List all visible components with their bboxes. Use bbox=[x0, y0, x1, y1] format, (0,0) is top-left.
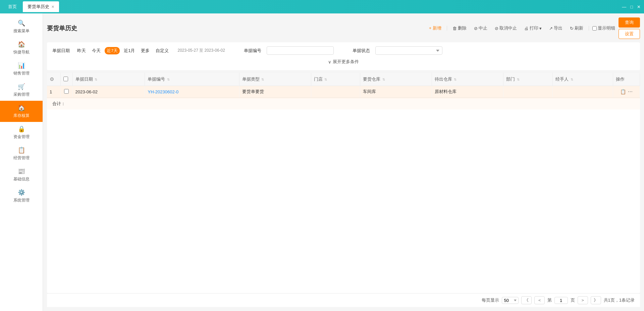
th-doc-no[interactable]: 单据编号 ⇅ bbox=[145, 73, 239, 86]
tab-history[interactable]: 要货单历史 ✕ bbox=[23, 1, 59, 12]
query-button[interactable]: 查询 bbox=[619, 17, 640, 28]
per-page-label: 每页显示 bbox=[482, 297, 499, 303]
display-detail-checkbox[interactable]: 显示明细 bbox=[592, 25, 615, 31]
sidebar-item-search-menu[interactable]: 🔍 搜索菜单 bbox=[0, 16, 43, 37]
table-header: ⚙ 单据日期 ⇅ 单据编号 ⇅ bbox=[47, 73, 640, 86]
sidebar-item-finance-label: 资金管理 bbox=[13, 134, 30, 140]
tab-home[interactable]: 首页 bbox=[3, 1, 21, 12]
sort-req-warehouse-icon: ⇅ bbox=[382, 78, 385, 81]
close-window-icon[interactable]: ✕ bbox=[637, 4, 641, 9]
sidebar-item-sales[interactable]: 📊 销售管理 bbox=[0, 58, 43, 80]
th-date[interactable]: 单据日期 ⇅ bbox=[72, 73, 145, 86]
divider-1 bbox=[447, 26, 447, 31]
export-button[interactable]: ↗ 导出 bbox=[547, 24, 565, 33]
sidebar-item-quick-nav-label: 快捷导航 bbox=[13, 49, 30, 55]
print-dropdown-icon: ▾ bbox=[539, 26, 542, 31]
next-page-button[interactable]: ＞ bbox=[578, 296, 588, 304]
refresh-icon: ↻ bbox=[570, 26, 574, 31]
close-tab-icon[interactable]: ✕ bbox=[51, 5, 54, 9]
status-label: 单据状态 bbox=[353, 48, 370, 54]
row-delete-icon[interactable]: ⋯ bbox=[628, 89, 633, 94]
minimize-icon[interactable]: — bbox=[622, 4, 626, 9]
sort-store-icon: ⇅ bbox=[324, 78, 327, 81]
chevron-down-icon: ∨ bbox=[328, 59, 331, 64]
sidebar-item-system-label: 系统管理 bbox=[13, 197, 30, 203]
row-num-cell: 1 bbox=[47, 86, 60, 98]
basic-info-icon: 📰 bbox=[18, 168, 25, 175]
row-edit-icon[interactable]: 📋 bbox=[620, 89, 626, 94]
row-op-cell: 📋 ⋯ bbox=[613, 86, 640, 98]
sidebar-item-quick-nav[interactable]: 🏠 快捷导航 bbox=[0, 37, 43, 58]
table-row: 1 2023-06-02 YH-20230602-0 要货单要货 车间库 原材料… bbox=[47, 86, 640, 98]
quick-nav-icon: 🏠 bbox=[18, 41, 25, 48]
cancel-stop-button[interactable]: ⊘ 取消中止 bbox=[493, 24, 519, 33]
page-number-input[interactable] bbox=[554, 297, 568, 304]
select-all-checkbox[interactable] bbox=[63, 77, 68, 81]
th-req-warehouse[interactable]: 要货仓库 ⇅ bbox=[360, 73, 432, 86]
th-pending-warehouse[interactable]: 待出仓库 ⇅ bbox=[432, 73, 503, 86]
sidebar-item-system[interactable]: ⚙️ 系统管理 bbox=[0, 185, 43, 207]
sidebar: 🔍 搜索菜单 🏠 快捷导航 📊 销售管理 🛒 采购管理 🏠 库存核算 🔒 资金管… bbox=[0, 13, 43, 311]
date-option-yesterday[interactable]: 昨天 bbox=[75, 47, 88, 54]
page-suffix: 页 bbox=[571, 297, 575, 303]
total-info: 共1页，1条记录 bbox=[604, 297, 635, 303]
tab-home-label: 首页 bbox=[8, 4, 17, 10]
export-button-label: 导出 bbox=[554, 25, 562, 31]
stop-icon: ⊘ bbox=[474, 26, 478, 31]
sidebar-item-operation[interactable]: 📋 经营管理 bbox=[0, 143, 43, 164]
sidebar-item-purchase[interactable]: 🛒 采购管理 bbox=[0, 80, 43, 101]
export-icon: ↗ bbox=[549, 26, 553, 31]
sidebar-item-basic-info-label: 基础信息 bbox=[13, 176, 30, 182]
doc-no-input[interactable] bbox=[267, 46, 334, 55]
settings-button[interactable]: 设置 bbox=[619, 29, 640, 39]
finance-icon: 🔒 bbox=[18, 125, 25, 133]
date-option-more[interactable]: 更多 bbox=[139, 47, 152, 54]
sidebar-item-sales-label: 销售管理 bbox=[13, 71, 30, 76]
row-handler-cell bbox=[552, 86, 613, 98]
column-settings-icon[interactable]: ⚙ bbox=[50, 76, 54, 82]
date-option-7days[interactable]: 近7天 bbox=[105, 47, 120, 54]
th-store[interactable]: 门店 ⇅ bbox=[311, 73, 360, 86]
last-page-button[interactable]: 》 bbox=[591, 296, 601, 304]
date-range-text: 2023-05-27 至 2023-06-02 bbox=[177, 48, 225, 53]
per-page-select[interactable]: 50 10 20 100 bbox=[502, 297, 519, 304]
date-option-custom[interactable]: 自定义 bbox=[154, 47, 171, 54]
toolbar: + 新增 🗑 删除 ⊘ 中止 ⊘ 取消中止 🖨 打印 bbox=[427, 17, 640, 39]
doc-no-link[interactable]: YH-20230602-0 bbox=[148, 89, 178, 94]
filter-area: 单据日期 昨天 今天 近7天 近1月 更多 自定义 2023-05-27 至 2… bbox=[47, 42, 640, 70]
first-page-button[interactable]: 《 bbox=[521, 296, 532, 304]
maximize-icon[interactable]: □ bbox=[630, 4, 633, 9]
delete-button[interactable]: 🗑 删除 bbox=[450, 24, 469, 33]
divider-2 bbox=[589, 26, 589, 31]
sort-handler-icon: ⇅ bbox=[571, 78, 573, 81]
prev-page-button[interactable]: ＜ bbox=[534, 296, 545, 304]
th-settings: ⚙ bbox=[47, 73, 60, 86]
print-button[interactable]: 🖨 打印 ▾ bbox=[522, 24, 544, 33]
sidebar-item-basic-info[interactable]: 📰 基础信息 bbox=[0, 164, 43, 185]
cancel-stop-button-label: 取消中止 bbox=[499, 25, 517, 31]
display-detail-input[interactable] bbox=[592, 26, 597, 31]
new-button[interactable]: + 新增 bbox=[427, 24, 443, 33]
status-select[interactable] bbox=[375, 46, 442, 55]
refresh-button[interactable]: ↻ 刷新 bbox=[568, 24, 585, 33]
stop-button[interactable]: ⊘ 中止 bbox=[472, 24, 489, 33]
print-button-label: 打印 bbox=[530, 25, 538, 31]
main-layout: 🔍 搜索菜单 🏠 快捷导航 📊 销售管理 🛒 采购管理 🏠 库存核算 🔒 资金管… bbox=[0, 13, 644, 311]
window-controls: — □ ✕ bbox=[622, 4, 641, 9]
inventory-icon: 🏠 bbox=[18, 104, 25, 112]
row-checkbox[interactable] bbox=[64, 89, 69, 94]
sort-doc-type-icon: ⇅ bbox=[261, 78, 264, 81]
operation-icon: 📋 bbox=[18, 146, 25, 154]
th-department[interactable]: 部门 ⇅ bbox=[503, 73, 552, 86]
table-body: 1 2023-06-02 YH-20230602-0 要货单要货 车间库 原材料… bbox=[47, 86, 640, 98]
date-option-today[interactable]: 今天 bbox=[90, 47, 103, 54]
th-handler[interactable]: 经手人 ⇅ bbox=[552, 73, 613, 86]
sidebar-item-inventory[interactable]: 🏠 库存核算 bbox=[0, 101, 43, 122]
page-label: 第 bbox=[547, 297, 552, 303]
sidebar-item-finance[interactable]: 🔒 资金管理 bbox=[0, 122, 43, 143]
date-option-1month[interactable]: 近1月 bbox=[122, 47, 137, 54]
th-doc-type[interactable]: 单据类型 ⇅ bbox=[239, 73, 311, 86]
expand-more-button[interactable]: ∨ 展开更多条件 bbox=[328, 57, 359, 66]
sidebar-item-purchase-label: 采购管理 bbox=[13, 92, 30, 97]
expand-row: ∨ 展开更多条件 bbox=[52, 57, 635, 66]
